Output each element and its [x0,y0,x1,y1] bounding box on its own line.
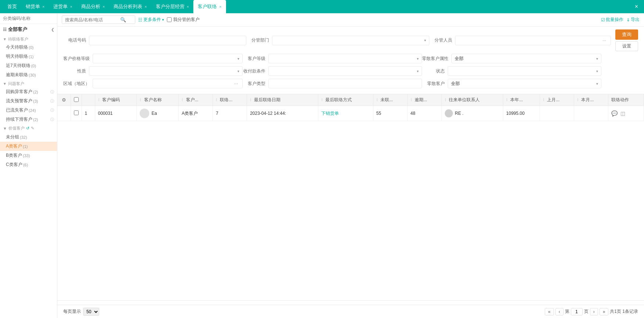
filter-nature-select[interactable]: ▾ [89,66,243,76]
batch-operation-button[interactable]: ☑ 批量操作 [601,17,623,23]
close-tab-product-analysis-list[interactable]: × [144,4,147,9]
filter-manager-select[interactable]: ··· [455,36,611,45]
col-unit-contact[interactable]: ⁞ 往来单位联系人 [441,94,503,106]
value-customers-group[interactable]: ▼ 价值客户 ↺ ✎ [0,124,57,132]
problem-customers-group[interactable]: ▼ 问题客户 [0,80,57,87]
filter-phone-input[interactable] [89,36,246,45]
tab-home[interactable]: 首页 [3,0,21,13]
my-customer-checkbox[interactable] [167,17,172,22]
setting-button[interactable]: 设置 [615,41,638,51]
col-last-month[interactable]: ⁞ 上月... [540,94,574,106]
export-button[interactable]: ⇓ 导出 [626,17,640,23]
select-all-checkbox[interactable] [74,97,79,102]
sidebar-item-b-class[interactable]: B类客户 (33) [0,151,57,160]
filter-payment-arrow: ▾ [417,69,419,73]
col-contact[interactable]: ⁞ 联络... [213,94,247,106]
my-customer-checkbox-area[interactable]: 我分管的客户 [167,17,200,23]
sidebar-search-box[interactable]: 🔍 [0,13,57,24]
value-edit-icon[interactable]: ✎ [31,126,34,131]
close-tab-sales-order[interactable]: × [42,4,44,9]
filter-manager-dots[interactable]: ··· [601,38,608,43]
close-tab-customer-tier[interactable]: × [187,4,189,9]
last-contact-method-link[interactable]: 下销货单 [321,111,339,116]
sidebar-item-today-contact[interactable]: 今天待联络 (0) [0,43,57,52]
toolbar-search-input[interactable] [65,17,120,22]
query-button[interactable]: 查询 [615,29,638,40]
filter-nature: 性质 ▾ [63,66,243,76]
table-settings-icon[interactable]: ⚙ [62,97,66,103]
toolbar-search-box[interactable]: 🔍 [62,15,135,24]
col-last-contact-method[interactable]: ⁞ 最后联络方式 [318,94,373,106]
tab-product-analysis[interactable]: 商品分析 × [77,0,109,13]
qr-action-icon[interactable]: ◫ [620,110,625,116]
chat-action-icon[interactable]: 💬 [611,110,618,116]
info-icon-declining: ⓘ [50,117,54,122]
next-page-button[interactable]: › [590,308,598,315]
window-close-button[interactable]: × [632,2,641,11]
horizontal-scrollbar-area[interactable] [57,300,644,305]
row-select-checkbox[interactable] [74,110,79,115]
col-checkbox[interactable] [71,94,82,106]
prev-page-button[interactable]: ‹ [555,308,564,315]
col-customer-code[interactable]: ⁞ 客户编码 [95,94,137,106]
sidebar-item-churned[interactable]: 已流失客户 (24) ⓘ [0,106,57,115]
row-last-contact-method-cell[interactable]: 下销货单 [318,106,373,121]
tab-customer-contact[interactable]: 客户联络 × [193,0,226,13]
toolbar-search-icon[interactable]: 🔍 [120,17,126,22]
filter-retail-attr-select[interactable]: 全部 ▾ [451,54,601,63]
sidebar-item-a-class[interactable]: A类客户 (1) [0,142,57,151]
col-this-month[interactable]: ⁞ 本月... [574,94,608,106]
filter-retail-customer-select[interactable]: 全部 ▾ [448,79,601,88]
sidebar-item-repurchase-anomaly[interactable]: 回购异常客户 (2) ⓘ [0,87,57,96]
close-tab-product-analysis[interactable]: × [103,4,105,9]
close-tab-customer-contact[interactable]: × [219,4,221,9]
page-size-select[interactable]: 50 [83,308,99,316]
filter-customer-level-select[interactable]: ▾ [268,54,422,63]
first-page-button[interactable]: « [545,308,554,315]
col-customer-type[interactable]: ⁞ 客户... [179,94,213,106]
filter-more-button[interactable]: ☷ 更多条件 ▾ [138,17,164,23]
filter-status-select[interactable]: ▾ [448,66,601,76]
info-icon-churn-warning: ⓘ [50,99,54,104]
last-page-button[interactable]: » [600,308,609,315]
page-number-input[interactable] [571,308,583,315]
filter-region-select[interactable]: ··· [93,79,243,88]
filter-retail-attr-arrow: ▾ [596,57,598,61]
sidebar-item-c-class[interactable]: C类客户 (6) [0,160,57,169]
col-sep-8: ⁞ [411,97,412,102]
sidebar-item-declining[interactable]: 持续下滑客户 (2) ⓘ [0,115,57,124]
filter-region-dots[interactable]: ··· [233,81,239,86]
sidebar-item-churn-warning[interactable]: 流失预警客户 (3) ⓘ [0,96,57,106]
row-checkbox-cell[interactable] [71,106,82,121]
value-refresh-icon[interactable]: ↺ [26,126,29,131]
tab-purchase-order[interactable]: 进货单 × [49,0,76,13]
sidebar-item-tomorrow-contact[interactable]: 明天待联络 (1) [0,52,57,61]
col-gear[interactable]: ⚙ [57,94,71,106]
sidebar-search-input[interactable] [3,16,57,21]
sidebar-all-customers-header[interactable]: ☷ 全部客户 ❮ [0,24,57,35]
col-last-contact-date[interactable]: ⁞ 最后联络日期 [247,94,318,106]
tab-sales-order[interactable]: 销货单 × [21,0,49,13]
col-index [82,94,95,106]
sidebar-item-ungrouped[interactable]: 未分组 (32) [0,132,57,142]
filter-dept-select[interactable]: ▾ [272,36,429,45]
tab-customer-tier[interactable]: 客户分层经营 × [151,0,193,13]
page-label-prefix: 第 [565,308,569,315]
col-this-year[interactable]: ⁞ 本年... [503,94,540,106]
filter-customer-type-input[interactable] [268,79,422,88]
sidebar-item-overdue-contact[interactable]: 逾期未联络 (30) [0,70,57,80]
tab-product-analysis-list[interactable]: 商品分析列表 × [109,0,151,13]
sidebar-item-7days-contact[interactable]: 近7天待联络 (0) [0,61,57,70]
col-customer-name[interactable]: ⁞ 客户名称 [137,94,179,106]
filter-phone-label: 电话号码 [63,37,89,43]
filter-payment-select[interactable]: ▾ [268,66,422,76]
col-uncontacted[interactable]: ⁞ 未联... [373,94,407,106]
pending-contact-group[interactable]: ▼ 待联络客户 [0,35,57,43]
filter-price-level-select[interactable]: ▾ [93,54,243,63]
col-sep-3: ⁞ [182,97,183,102]
col-overdue[interactable]: ⁞ 逾期... [407,94,441,106]
filter-manager-label: 分管人员 [429,37,455,43]
close-tab-purchase-order[interactable]: × [70,4,72,9]
filter-customer-level-arrow: ▾ [417,57,419,61]
collapse-icon: ❮ [51,28,54,32]
